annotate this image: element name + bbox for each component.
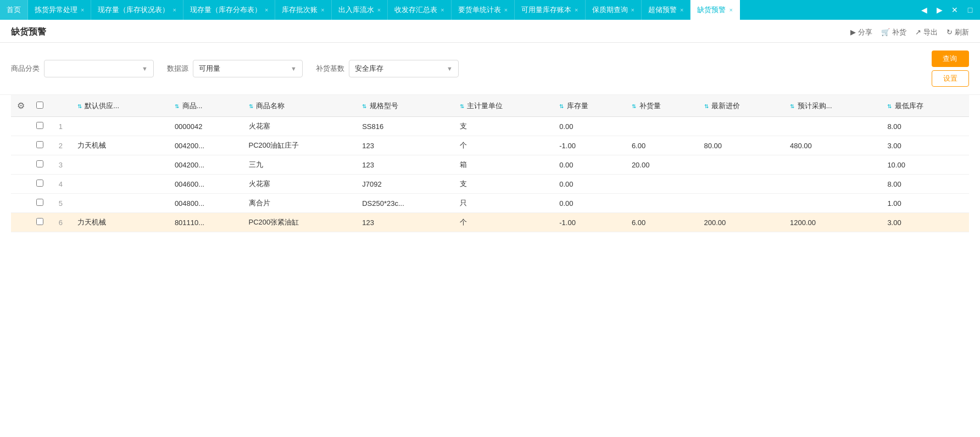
row-estimated-purchase <box>786 175 883 194</box>
row-min-stock: 3.00 <box>883 213 969 232</box>
shortage-warning-table: ⚙ ⇅ 默认供应... ⇅ 商品... ⇅ <box>11 95 969 232</box>
close-tab-stock-dist[interactable]: × <box>265 7 268 13</box>
sort-icon: ⇅ <box>559 103 564 109</box>
row-checkbox[interactable] <box>36 199 43 206</box>
row-spec: J7092 <box>358 175 455 194</box>
row-checkbox[interactable] <box>36 122 43 129</box>
row-unit: 只 <box>455 194 555 213</box>
close-tab-expiry[interactable]: × <box>631 7 634 13</box>
row-gear-cell <box>11 194 31 213</box>
sort-icon: ⇅ <box>632 103 636 109</box>
table-row: 5 004800... 离合片 DS250*23c... 只 0.00 1.00 <box>11 194 969 213</box>
column-checkbox <box>31 95 48 117</box>
export-button[interactable]: ↗ 导出 <box>915 27 938 37</box>
commodity-class-select[interactable]: ▼ <box>44 60 154 77</box>
nav-close-btn[interactable]: ✕ <box>947 2 962 18</box>
column-commodity-name: ⇅ 商品名称 <box>244 95 358 117</box>
share-icon: ▶ <box>850 28 856 36</box>
row-spec: SS816 <box>358 117 455 136</box>
sort-icon: ⇅ <box>790 103 794 109</box>
nav-tab-home[interactable]: 首页 <box>0 0 28 20</box>
close-tab-summary[interactable]: × <box>441 7 444 13</box>
row-unit: 支 <box>455 175 555 194</box>
select-all-checkbox[interactable] <box>36 102 43 109</box>
row-checkbox-cell <box>31 194 48 213</box>
commodity-class-arrow-icon: ▼ <box>142 65 148 72</box>
row-commodity-code: 004800... <box>170 194 244 213</box>
row-checkbox[interactable] <box>36 180 43 187</box>
table-row: 4 004600... 火花塞 J7092 支 0.00 8.00 <box>11 175 969 194</box>
row-checkbox[interactable] <box>36 141 43 148</box>
row-estimated-purchase: 1200.00 <box>786 213 883 232</box>
settings-button[interactable]: 设置 <box>932 70 969 87</box>
replenishment-base-label: 补货基数 <box>316 64 344 74</box>
close-tab-requisition[interactable]: × <box>504 7 508 13</box>
nav-expand-btn[interactable]: □ <box>962 2 978 18</box>
row-gear-cell <box>11 175 31 194</box>
nav-tab-requisition[interactable]: 要货单统计表 × <box>452 0 515 20</box>
nav-tab-stock-status[interactable]: 现存量（库存状况表） × <box>91 0 183 20</box>
data-source-select[interactable]: 可用量 ▼ <box>193 60 303 77</box>
row-replenish: 6.00 <box>627 213 700 232</box>
nav-controls: ◀ ▶ ✕ □ <box>916 2 980 18</box>
sort-icon: ⇅ <box>887 103 892 109</box>
nav-next-btn[interactable]: ▶ <box>932 2 947 18</box>
replenishment-base-select[interactable]: 安全库存 ▼ <box>349 60 459 77</box>
nav-tab-available[interactable]: 可用量库存账本 × <box>515 0 585 20</box>
row-unit: 个 <box>455 136 555 155</box>
close-tab-flow[interactable]: × <box>377 7 381 13</box>
row-replenish <box>627 175 700 194</box>
replenishment-base-arrow-icon: ▼ <box>447 65 453 72</box>
row-estimated-purchase: 480.00 <box>786 136 883 155</box>
replenish-button[interactable]: 🛒 补货 <box>881 27 906 37</box>
nav-tab-shortage[interactable]: 缺货预警 × <box>691 0 739 20</box>
close-tab-batch[interactable]: × <box>321 7 324 13</box>
row-unit: 箱 <box>455 155 555 175</box>
share-button[interactable]: ▶ 分享 <box>850 27 872 37</box>
row-commodity-code: 004600... <box>170 175 244 194</box>
row-stock: 0.00 <box>555 175 627 194</box>
refresh-button[interactable]: ↻ 刷新 <box>946 27 969 37</box>
row-stock: 0.00 <box>555 117 627 136</box>
row-min-stock: 8.00 <box>883 117 969 136</box>
gear-icon[interactable]: ⚙ <box>17 101 25 110</box>
row-commodity-name: PC200张紧油缸 <box>244 213 358 232</box>
nav-prev-btn[interactable]: ◀ <box>916 2 932 18</box>
row-spec: DS250*23c... <box>358 194 455 213</box>
close-tab-picking[interactable]: × <box>81 7 84 13</box>
table-row: 6 力天机械 801110... PC200张紧油缸 123 个 -1.00 6… <box>11 213 969 232</box>
column-gear: ⚙ <box>11 95 31 117</box>
nav-tab-summary[interactable]: 收发存汇总表 × <box>388 0 451 20</box>
query-button[interactable]: 查询 <box>932 51 969 67</box>
row-number: 6 <box>48 213 73 232</box>
replenishment-base-filter: 补货基数 安全库存 ▼ <box>316 60 459 77</box>
sort-icon: ⇅ <box>77 103 82 109</box>
column-estimated-purchase: ⇅ 预计采购... <box>786 95 883 117</box>
row-commodity-name: 离合片 <box>244 194 358 213</box>
close-tab-available[interactable]: × <box>575 7 578 13</box>
row-checkbox-cell <box>31 175 48 194</box>
page-header: 缺货预警 ▶ 分享 🛒 补货 ↗ 导出 ↻ 刷新 <box>0 20 980 43</box>
nav-tab-expiry[interactable]: 保质期查询 × <box>586 0 642 20</box>
data-table-container: ⚙ ⇅ 默认供应... ⇅ 商品... ⇅ <box>0 95 980 232</box>
close-tab-stock-status[interactable]: × <box>172 7 176 13</box>
row-commodity-name: 三九 <box>244 155 358 175</box>
nav-tab-flow[interactable]: 出入库流水 × <box>332 0 388 20</box>
nav-tab-stock-dist[interactable]: 现存量（库存分布表） × <box>183 0 275 20</box>
replenishment-base-value: 安全库存 <box>355 64 442 74</box>
nav-tab-picking[interactable]: 拣货异常处理 × <box>28 0 91 20</box>
row-unit: 支 <box>455 117 555 136</box>
row-estimated-purchase <box>786 117 883 136</box>
nav-tab-batch[interactable]: 库存批次账 × <box>275 0 331 20</box>
row-checkbox[interactable] <box>36 218 43 225</box>
row-spec: 123 <box>358 136 455 155</box>
filter-action-buttons: 查询 设置 <box>932 51 969 87</box>
column-default-supplier: ⇅ 默认供应... <box>73 95 170 117</box>
table-header-row: ⚙ ⇅ 默认供应... ⇅ 商品... ⇅ <box>11 95 969 117</box>
header-actions: ▶ 分享 🛒 补货 ↗ 导出 ↻ 刷新 <box>850 27 969 37</box>
row-checkbox[interactable] <box>36 160 43 167</box>
nav-tab-overstock[interactable]: 超储预警 × <box>642 0 691 20</box>
close-tab-overstock[interactable]: × <box>680 7 683 13</box>
row-min-stock: 10.00 <box>883 155 969 175</box>
close-tab-shortage[interactable]: × <box>729 7 732 13</box>
